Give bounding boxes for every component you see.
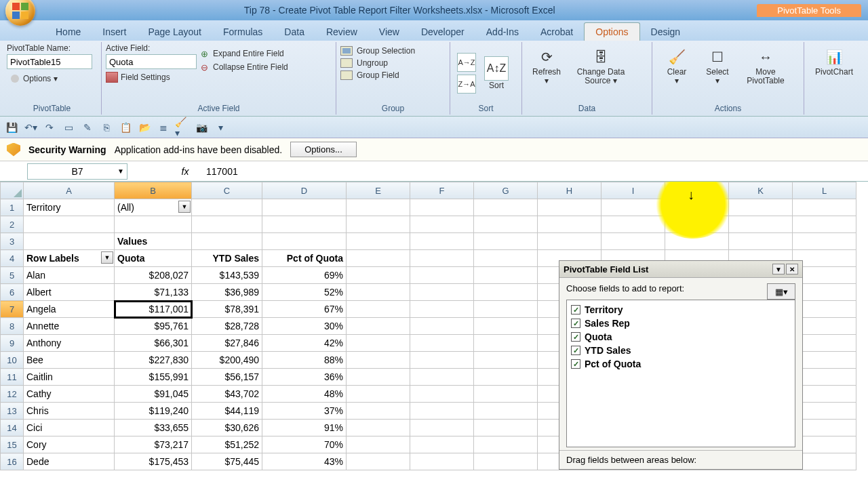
clear-button[interactable]: 🧹Clear▾ bbox=[656, 43, 697, 85]
qat-btn-1[interactable]: ▭ bbox=[61, 120, 76, 135]
col-header-J[interactable]: J bbox=[665, 182, 729, 199]
qat-btn-7[interactable]: 🧹▾ bbox=[175, 120, 190, 135]
col-header-E[interactable]: E bbox=[347, 182, 410, 199]
cell-pct[interactable]: 69% bbox=[262, 267, 347, 284]
cell-pct[interactable]: 88% bbox=[262, 352, 347, 369]
qat-btn-3[interactable]: ⎘ bbox=[99, 120, 114, 135]
row-labels-cell[interactable]: Row Labels▼ bbox=[24, 250, 115, 267]
field-list-box[interactable]: TerritorySales RepQuotaYTD SalesPct of Q… bbox=[566, 300, 795, 447]
col-header-A[interactable]: A bbox=[24, 182, 115, 199]
cell-quota[interactable]: $91,045 bbox=[115, 386, 192, 403]
col-pct[interactable]: Pct of Quota bbox=[262, 250, 347, 267]
cell-ytd[interactable]: $56,157 bbox=[192, 369, 262, 386]
fx-button[interactable]: fx bbox=[175, 166, 195, 177]
cell-quota[interactable]: $95,761 bbox=[115, 318, 192, 335]
col-header-K[interactable]: K bbox=[729, 182, 793, 199]
ungroup-button[interactable]: Ungroup bbox=[340, 58, 388, 68]
tab-developer[interactable]: Developer bbox=[410, 23, 475, 41]
col-header-C[interactable]: C bbox=[192, 182, 262, 199]
cell-ytd[interactable]: $43,702 bbox=[192, 386, 262, 403]
select-button[interactable]: ☐Select▾ bbox=[697, 43, 738, 85]
filter-label-cell[interactable]: Territory bbox=[24, 199, 115, 216]
checkbox-icon[interactable] bbox=[571, 359, 580, 369]
group-selection-button[interactable]: Group Selection bbox=[340, 46, 415, 56]
row-header[interactable]: 14 bbox=[1, 420, 24, 436]
change-data-source-button[interactable]: 🗄Change Data Source ▾ bbox=[567, 43, 635, 85]
cell-quota[interactable]: $117,001 bbox=[115, 301, 192, 318]
tab-options[interactable]: Options bbox=[584, 22, 639, 41]
qat-btn-6[interactable]: ≣ bbox=[156, 120, 171, 135]
cell-ytd[interactable]: $78,391 bbox=[192, 301, 262, 318]
col-header-H[interactable]: H bbox=[538, 182, 601, 199]
col-header-G[interactable]: G bbox=[474, 182, 538, 199]
cell-quota[interactable]: $71,133 bbox=[115, 284, 192, 301]
qat-btn-4[interactable]: 📋 bbox=[118, 120, 133, 135]
checkbox-icon[interactable] bbox=[571, 346, 580, 355]
name-box[interactable]: B7▼ bbox=[27, 163, 127, 180]
cell-ytd[interactable]: $143,539 bbox=[192, 267, 262, 284]
cell-name[interactable]: Angela bbox=[24, 301, 115, 318]
cell-quota[interactable]: $33,655 bbox=[115, 420, 192, 436]
cell-quota[interactable]: $155,991 bbox=[115, 369, 192, 386]
cell-ytd[interactable]: $30,626 bbox=[192, 420, 262, 436]
field-list-layout-button[interactable]: ▦▾ bbox=[767, 283, 795, 300]
field-list-item[interactable]: Quota bbox=[571, 330, 791, 344]
cell-ytd[interactable]: $27,846 bbox=[192, 335, 262, 352]
field-list-item[interactable]: Sales Rep bbox=[571, 317, 791, 330]
select-all-corner[interactable] bbox=[1, 182, 24, 199]
tab-design[interactable]: Design bbox=[640, 23, 692, 41]
cell-quota[interactable]: $73,217 bbox=[115, 436, 192, 453]
row-header[interactable]: 7 bbox=[1, 301, 24, 318]
row-header[interactable]: 13 bbox=[1, 403, 24, 420]
field-list-item[interactable]: Territory bbox=[571, 303, 791, 317]
cell-pct[interactable]: 30% bbox=[262, 318, 347, 335]
row-header[interactable]: 10 bbox=[1, 352, 24, 369]
col-header-D[interactable]: D bbox=[262, 182, 347, 199]
cell-pct[interactable]: 37% bbox=[262, 403, 347, 420]
tab-insert[interactable]: Insert bbox=[92, 23, 137, 41]
tab-acrobat[interactable]: Acrobat bbox=[530, 23, 584, 41]
qat-btn-5[interactable]: 📂 bbox=[137, 120, 152, 135]
cell-name[interactable]: Cathy bbox=[24, 386, 115, 403]
tab-addins[interactable]: Add-Ins bbox=[475, 23, 530, 41]
tab-page-layout[interactable]: Page Layout bbox=[137, 23, 212, 41]
pivottable-field-list[interactable]: PivotTable Field List ▼ ✕ ▦▾ Choose fiel… bbox=[559, 260, 803, 470]
cell-pct[interactable]: 52% bbox=[262, 284, 347, 301]
options-dropdown[interactable]: Options ▾ bbox=[7, 72, 60, 85]
checkbox-icon[interactable] bbox=[571, 319, 580, 328]
tab-formulas[interactable]: Formulas bbox=[212, 23, 273, 41]
group-field-button[interactable]: Group Field bbox=[340, 70, 399, 80]
field-list-titlebar[interactable]: PivotTable Field List ▼ ✕ bbox=[559, 261, 802, 278]
cell-ytd[interactable]: $200,490 bbox=[192, 352, 262, 369]
cell-name[interactable]: Dede bbox=[24, 453, 115, 470]
field-settings-button[interactable]: Field Settings bbox=[106, 72, 201, 83]
row-header[interactable]: 16 bbox=[1, 453, 24, 470]
refresh-button[interactable]: ⟳Refresh▾ bbox=[526, 43, 567, 85]
cell-name[interactable]: Cory bbox=[24, 436, 115, 453]
row-header[interactable]: 3 bbox=[1, 233, 24, 250]
cell-name[interactable]: Alan bbox=[24, 267, 115, 284]
undo-icon[interactable]: ↶▾ bbox=[23, 120, 38, 135]
move-pivottable-button[interactable]: ↔Move PivotTable bbox=[738, 43, 793, 85]
cell-quota[interactable]: $119,240 bbox=[115, 403, 192, 420]
cell-pct[interactable]: 67% bbox=[262, 301, 347, 318]
security-options-button[interactable]: Options... bbox=[290, 142, 357, 157]
row-header[interactable]: 9 bbox=[1, 335, 24, 352]
cell-pct[interactable]: 36% bbox=[262, 369, 347, 386]
row-labels-dropdown-icon[interactable]: ▼ bbox=[101, 251, 113, 264]
cell-ytd[interactable]: $36,989 bbox=[192, 284, 262, 301]
cell-name[interactable]: Albert bbox=[24, 284, 115, 301]
qat-btn-2[interactable]: ✎ bbox=[80, 120, 95, 135]
row-header[interactable]: 5 bbox=[1, 267, 24, 284]
cell-quota[interactable]: $175,453 bbox=[115, 453, 192, 470]
col-header-L[interactable]: L bbox=[793, 182, 856, 199]
cell-quota[interactable]: $208,027 bbox=[115, 267, 192, 284]
tab-home[interactable]: Home bbox=[45, 23, 92, 41]
row-header[interactable]: 15 bbox=[1, 436, 24, 453]
row-header[interactable]: 1 bbox=[1, 199, 24, 216]
row-header[interactable]: 2 bbox=[1, 216, 24, 233]
tab-review[interactable]: Review bbox=[315, 23, 368, 41]
col-header-I[interactable]: I bbox=[601, 182, 665, 199]
sort-asc-button[interactable]: A→Z bbox=[457, 53, 476, 72]
cell-ytd[interactable]: $51,252 bbox=[192, 436, 262, 453]
